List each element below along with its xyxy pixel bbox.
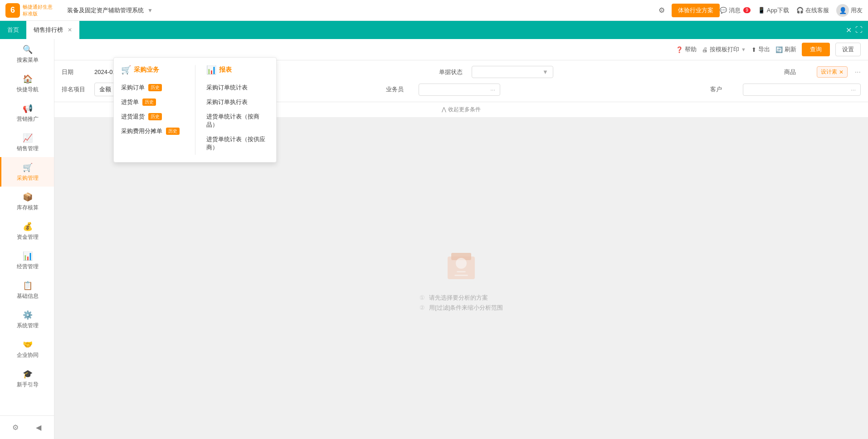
collapse-icon: ⋀ (442, 106, 446, 113)
sidebar-bottom: ⚙ ◀ (0, 415, 54, 439)
refresh-icon: 🔄 (775, 46, 783, 53)
sidebar-item-inventory[interactable]: 📦 库存核算 (0, 187, 54, 216)
marketing-icon: 📢 (23, 104, 33, 113)
rank-item-label: 排名项目 (62, 85, 89, 94)
empty-illustration (439, 243, 484, 288)
purchase-col-title: 🛒 采购业务 (121, 65, 184, 75)
empty-state: ① 请先选择要分析的方案 ② 用[过滤]条件来缩小分析范围 (54, 117, 868, 439)
goods-dots[interactable]: ··· (855, 68, 861, 76)
sidebar-collapse-btn[interactable]: ◀ (29, 421, 49, 434)
sidebar-item-finance[interactable]: 💰 资金管理 (0, 216, 54, 246)
solution-button[interactable]: 体验行业方案 (672, 4, 720, 17)
settings-icon[interactable]: ⚙ (655, 4, 668, 17)
salesperson-label: 业务员 (386, 85, 413, 94)
tab-sales-rank[interactable]: 销售排行榜 ✕ (26, 21, 79, 39)
goods-label: 商品 (784, 68, 811, 76)
date-label: 日期 (62, 68, 89, 76)
history-badge-3: 历史 (166, 128, 180, 135)
dropdown-item-incoming-stats-supplier[interactable]: 进货单统计表（按供应商） (206, 132, 269, 155)
top-header: 6 畅捷通好生意 标准版 装备及固定资产辅助管理系统 ▼ ⚙ 体验行业方案 💬 … (0, 0, 868, 21)
inventory-icon: 📦 (23, 192, 33, 202)
phone-icon: 📱 (758, 7, 765, 14)
user-avatar: 👤 (836, 4, 849, 17)
sidebar-item-operations[interactable]: 📊 经营管理 (0, 246, 54, 275)
system-icon: ⚙️ (23, 310, 33, 320)
query-button[interactable]: 查询 (802, 43, 830, 56)
svg-point-2 (456, 258, 467, 269)
system-name: 装备及固定资产辅助管理系统 ▼ (67, 6, 653, 15)
doc-status-select[interactable]: ▼ (472, 66, 553, 78)
app-download-item[interactable]: 📱 App下载 (758, 6, 789, 15)
purchase-col-icon: 🛒 (121, 65, 131, 75)
tab-bar-end: ✕ ⛶ (846, 21, 868, 39)
customer-select[interactable]: ··· (743, 84, 861, 96)
sidebar-item-quick-nav[interactable]: 🏠 快捷导航 (0, 69, 54, 98)
sidebar-item-sales[interactable]: 📈 销售管理 (0, 128, 54, 157)
sidebar-item-basic-info[interactable]: 📋 基础信息 (0, 275, 54, 305)
purchase-dropdown-menu: 🛒 采购业务 采购订单 历史 进货单 历史 进货退货 历史 采购费用分摊单 (113, 57, 277, 163)
sidebar-item-marketing[interactable]: 📢 营销推广 (0, 98, 54, 128)
sidebar-item-system[interactable]: ⚙️ 系统管理 (0, 305, 54, 334)
salesperson-arrow: ··· (490, 86, 495, 93)
logo-text: 畅捷通好生意 标准版 (23, 4, 53, 17)
message-icon: 💬 (720, 7, 727, 14)
dropdown-item-return[interactable]: 进货退货 历史 (121, 109, 184, 124)
sidebar-item-enterprise[interactable]: 🤝 企业协同 (0, 334, 54, 364)
sidebar-item-purchase[interactable]: 🛒 采购管理 (0, 157, 54, 187)
refresh-btn[interactable]: 🔄 刷新 (775, 45, 796, 54)
export-icon: ⬆ (751, 46, 756, 53)
report-col-icon: 📊 (206, 65, 216, 75)
home-icon: 🏠 (23, 74, 33, 84)
guide-icon: 🎓 (23, 369, 33, 379)
salesperson-select[interactable]: ··· (419, 84, 500, 96)
goods-tag: 设计素 ✕ (817, 66, 848, 78)
system-dropdown-arrow[interactable]: ▼ (147, 7, 153, 14)
operations-icon: 📊 (23, 251, 33, 261)
tab-expand-icon[interactable]: ⛶ (855, 26, 863, 34)
svg-rect-4 (454, 275, 468, 276)
customer-label: 客户 (710, 85, 737, 94)
dropdown-item-purchase-order-exec[interactable]: 采购订单执行表 (206, 95, 269, 109)
header-right: 💬 消息 9 📱 App下载 🎧 在线客服 👤 用友 (720, 4, 863, 17)
empty-tip-1: ① 请先选择要分析的方案 (419, 294, 503, 302)
tab-close-all-icon[interactable]: ✕ (846, 26, 852, 35)
online-service-item[interactable]: 🎧 在线客服 (796, 6, 829, 15)
doc-status-arrow: ▼ (542, 69, 548, 75)
main-layout: 🔍 搜索菜单 🏠 快捷导航 📢 营销推广 📈 销售管理 🛒 采购管理 📦 库存核… (0, 39, 868, 439)
tab-home[interactable]: 首页 (0, 21, 26, 39)
basic-info-icon: 📋 (23, 281, 33, 291)
report-col-title: 📊 报表 (206, 65, 269, 75)
enterprise-icon: 🤝 (23, 340, 33, 350)
help-icon: ❓ (676, 46, 683, 53)
dropdown-item-purchase-order[interactable]: 采购订单 历史 (121, 80, 184, 95)
customer-arrow: ··· (851, 86, 856, 93)
toolbar-right: ❓ 帮助 🖨 按模板打印 ▼ ⬆ 导出 🔄 刷新 查询 设置 (676, 43, 861, 56)
dropdown-item-purchase-order-stats[interactable]: 采购订单统计表 (206, 80, 269, 95)
finance-icon: 💰 (23, 222, 33, 232)
dropdown-item-expense[interactable]: 采购费用分摊单 历史 (121, 124, 184, 138)
user-item[interactable]: 👤 用友 (836, 4, 863, 17)
doc-status-label: 单据状态 (439, 68, 466, 76)
sidebar-settings-btn[interactable]: ⚙ (5, 421, 25, 434)
logo-icon: 6 (5, 3, 20, 18)
messages-badge: 9 (743, 7, 751, 13)
print-template-btn[interactable]: 🖨 按模板打印 ▼ (702, 45, 746, 54)
purchase-icon: 🛒 (23, 163, 33, 173)
messages-item[interactable]: 💬 消息 9 (720, 6, 751, 15)
logo-area: 6 畅捷通好生意 标准版 (5, 3, 60, 18)
menu-divider (195, 65, 195, 155)
sidebar-item-search[interactable]: 🔍 搜索菜单 (0, 39, 54, 69)
export-btn[interactable]: ⬆ 导出 (751, 45, 770, 54)
report-col: 📊 报表 采购订单统计表 采购订单执行表 进货单统计表（按商品） 进货单统计表（… (206, 65, 269, 155)
settings-button[interactable]: 设置 (835, 43, 861, 56)
sidebar-item-guide[interactable]: 🎓 新手引导 (0, 364, 54, 393)
goods-tag-remove[interactable]: ✕ (839, 69, 844, 75)
dropdown-item-incoming[interactable]: 进货单 历史 (121, 95, 184, 109)
help-btn[interactable]: ❓ 帮助 (676, 45, 697, 54)
purchase-col: 🛒 采购业务 采购订单 历史 进货单 历史 进货退货 历史 采购费用分摊单 (121, 65, 184, 155)
history-badge-0: 历史 (148, 84, 162, 91)
dropdown-item-incoming-stats-goods[interactable]: 进货单统计表（按商品） (206, 109, 269, 132)
print-icon: 🖨 (702, 46, 708, 53)
tab-close-icon[interactable]: ✕ (68, 27, 72, 33)
headset-icon: 🎧 (796, 7, 804, 14)
